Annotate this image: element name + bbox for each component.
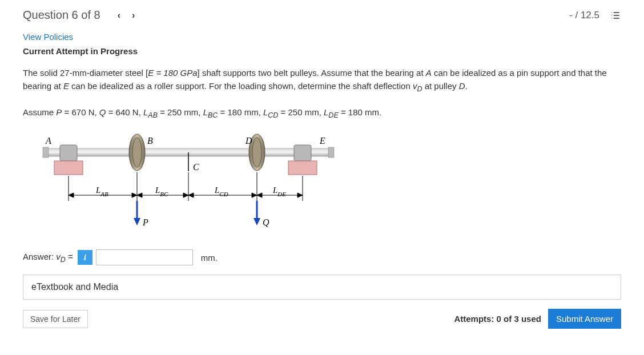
svg-marker-24 (69, 193, 74, 197)
t: E (63, 81, 69, 91)
t: D (61, 256, 66, 264)
t: Assume (23, 107, 56, 117)
svg-rect-12 (288, 161, 317, 175)
save-for-later-button[interactable]: Save for Later (23, 310, 88, 328)
score: - / 12.5 (569, 10, 599, 21)
info-icon[interactable]: i (78, 250, 92, 265)
t: can be idealized as a roller support. Fo… (69, 81, 413, 91)
svg-marker-31 (297, 193, 303, 197)
attempts-counter: Attempts: 0 of 3 used (454, 314, 541, 324)
svg-marker-28 (188, 193, 194, 197)
submit-answer-button[interactable]: Submit Answer (548, 309, 621, 329)
answer-row: Answer: vD = i mm. (23, 249, 621, 265)
t: = 250 mm, (278, 107, 324, 117)
t: = 180 mm. (339, 107, 381, 117)
t: A (426, 68, 432, 78)
answer-unit: mm. (201, 253, 218, 263)
t: CD (268, 111, 278, 119)
label-B: B (147, 136, 153, 146)
svg-text:LDE: LDE (272, 185, 286, 197)
t: L (203, 107, 208, 117)
t: D (459, 81, 465, 91)
t: DE (328, 111, 338, 119)
t: Answer: (23, 252, 56, 261)
svg-rect-9 (60, 145, 77, 161)
header-left: Question 6 of 8 ‹ › (23, 9, 135, 22)
svg-marker-26 (137, 193, 142, 197)
prev-question-icon[interactable]: ‹ (118, 10, 120, 21)
label-E: E (319, 136, 325, 146)
t: = (66, 252, 73, 261)
right-actions: Attempts: 0 of 3 used Submit Answer (454, 309, 621, 329)
next-question-icon[interactable]: › (132, 10, 135, 21)
header-right: - / 12.5 (569, 10, 621, 21)
svg-text:LAB: LAB (95, 185, 108, 197)
svg-marker-40 (253, 218, 260, 225)
svg-text:LBC: LBC (155, 185, 168, 197)
view-policies-link[interactable]: View Policies (23, 32, 73, 42)
svg-marker-37 (134, 218, 140, 225)
t: Q (99, 107, 106, 117)
answer-input[interactable] (96, 249, 193, 265)
question-list-icon[interactable] (610, 10, 621, 21)
t: at pulley (422, 81, 458, 91)
label-C: C (193, 162, 199, 172)
svg-marker-27 (183, 193, 188, 197)
t: The solid 27-mm-diameter steel [ (23, 68, 148, 78)
svg-point-16 (252, 138, 261, 167)
attempt-status: Current Attempt in Progress (23, 46, 621, 56)
t: BC (208, 111, 218, 119)
footer-actions: Save for Later Attempts: 0 of 3 used Sub… (23, 309, 621, 329)
t: = 670 N, (62, 107, 99, 117)
label-A: A (45, 136, 51, 146)
shaft-diagram: A B C D E LAB LBC LCD LDE P Q (34, 131, 621, 236)
svg-marker-25 (132, 193, 137, 197)
t: = 180 mm, (218, 107, 263, 117)
t: E = 180 GPa (148, 68, 197, 78)
t: . (465, 81, 468, 91)
svg-rect-10 (54, 161, 83, 175)
t: AB (148, 111, 158, 119)
answer-label: Answer: vD = (23, 252, 73, 264)
svg-point-14 (132, 138, 142, 167)
t: = 640 N, (106, 107, 143, 117)
problem-para-2: Assume P = 670 N, Q = 640 N, LAB = 250 m… (23, 106, 621, 121)
svg-rect-11 (294, 145, 311, 161)
t: = 250 mm, (158, 107, 203, 117)
svg-text:Q: Q (263, 217, 269, 227)
problem-statement: The solid 27-mm-diameter steel [E = 180 … (23, 66, 621, 121)
svg-marker-29 (252, 193, 257, 197)
svg-rect-7 (43, 147, 49, 158)
t: v (56, 252, 61, 261)
question-number: Question 6 of 8 (23, 9, 100, 22)
t: ] shaft supports two belt pulleys. Assum… (198, 68, 426, 78)
label-D: D (245, 136, 252, 146)
svg-text:LCD: LCD (214, 185, 228, 197)
svg-marker-30 (257, 193, 262, 197)
svg-rect-8 (328, 147, 334, 158)
problem-para-1: The solid 27-mm-diameter steel [E = 180 … (23, 66, 621, 95)
question-header: Question 6 of 8 ‹ › - / 12.5 (23, 9, 621, 22)
svg-text:P: P (142, 217, 148, 227)
nav-arrows: ‹ › (118, 10, 135, 21)
etextbook-media-button[interactable]: eTextbook and Media (23, 275, 621, 300)
t: P (56, 107, 62, 117)
